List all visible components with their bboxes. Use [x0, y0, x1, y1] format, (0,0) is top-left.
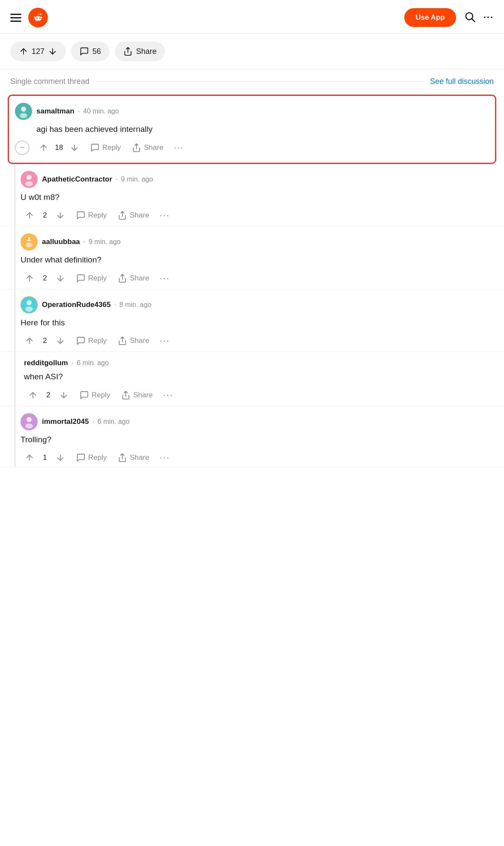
share-button-apathetic[interactable]: Share [113, 208, 153, 223]
share-button-aalluubbaa[interactable]: Share [113, 271, 153, 286]
svg-point-6 [20, 113, 27, 118]
more-button-apathetic[interactable]: ··· [156, 208, 173, 223]
comment-header-operationrude: OperationRude4365 · 8 min. ago [21, 296, 496, 313]
more-button-redditgollum[interactable]: ··· [160, 388, 177, 402]
avatar-aalluubbaa [21, 233, 38, 250]
share-label-redditgollum: Share [133, 391, 152, 399]
collapse-button-samaltman[interactable]: − [15, 140, 30, 155]
vote-section-aalluubbaa: 2 [21, 271, 69, 286]
nav-right: Use App ··· [404, 8, 494, 27]
comment-apathetic: ApatheticContractor · 9 min. ago U w0t m… [0, 164, 504, 227]
upvote-icon-apathetic [25, 211, 34, 220]
share-icon [123, 47, 133, 56]
downvote-icon-aalluubbaa [56, 274, 65, 283]
action-bar: 127 56 Share [0, 34, 504, 69]
vote-count-apathetic: 2 [40, 211, 50, 220]
reply-label-aalluubbaa: Reply [88, 274, 107, 283]
more-button-samaltman[interactable]: ··· [170, 140, 187, 155]
comment-actions-immortal2045: 1 Reply Share [21, 450, 496, 465]
search-icon[interactable] [464, 11, 476, 24]
comments-area: samaltman · 40 min. ago agi has been ach… [0, 95, 504, 480]
upvote-button-operationrude[interactable] [21, 334, 39, 348]
use-app-button[interactable]: Use App [404, 8, 456, 27]
comment-header-apathetic: ApatheticContractor · 9 min. ago [21, 171, 496, 188]
comment-meta-operationrude: OperationRude4365 · 8 min. ago [42, 301, 151, 309]
svg-point-20 [25, 307, 33, 312]
vote-count-operationrude: 2 [40, 337, 50, 345]
upvote-button-aalluubbaa[interactable] [21, 271, 39, 286]
comment-meta-aalluubbaa: aalluubbaa · 9 min. ago [42, 238, 121, 246]
vote-section-redditgollum: 2 [24, 388, 73, 402]
downvote-button-samaltman[interactable] [65, 140, 83, 155]
more-options-icon[interactable]: ··· [483, 12, 494, 23]
thread-banner: Single comment thread See full discussio… [0, 69, 504, 90]
share-button-operationrude[interactable]: Share [113, 334, 153, 348]
comment-time-apathetic: 9 min. ago [121, 176, 153, 183]
reply-icon-immortal2045 [76, 453, 86, 462]
username-operationrude: OperationRude4365 [42, 301, 111, 309]
downvote-button-redditgollum[interactable] [55, 388, 73, 402]
comment-time-aalluubbaa: 9 min. ago [89, 238, 121, 246]
upvote-button-samaltman[interactable] [35, 140, 53, 155]
comment-body-apathetic: U w0t m8? [21, 191, 496, 203]
hamburger-menu-icon[interactable] [10, 14, 21, 22]
more-button-aalluubbaa[interactable]: ··· [156, 271, 173, 286]
share-icon-immortal2045 [118, 453, 127, 462]
downvote-button-operationrude[interactable] [51, 334, 69, 348]
vote-section-samaltman: 18 [35, 140, 83, 155]
reply-icon-apathetic [76, 211, 86, 220]
share-button-redditgollum[interactable]: Share [117, 388, 157, 402]
comment-meta-samaltman: samaltman · 40 min. ago [36, 107, 119, 116]
reply-label-apathetic: Reply [88, 211, 107, 220]
comment-actions-redditgollum: 2 Reply Share [24, 388, 496, 402]
comment-body-immortal2045: Trolling? [21, 434, 496, 446]
reply-button-immortal2045[interactable]: Reply [72, 450, 111, 465]
reply-button-samaltman[interactable]: Reply [86, 140, 125, 155]
reply-button-operationrude[interactable]: Reply [72, 334, 111, 348]
reply-button-aalluubbaa[interactable]: Reply [72, 271, 111, 286]
reply-button-apathetic[interactable]: Reply [72, 208, 111, 223]
svg-point-10 [25, 181, 33, 186]
comment-meta-redditgollum: redditgollum · 6 min. ago [24, 359, 109, 367]
upvote-icon-redditgollum [28, 390, 38, 400]
comment-redditgollum: redditgollum · 6 min. ago when ASI? 2 [0, 352, 504, 406]
vote-count-aalluubbaa: 2 [40, 274, 50, 283]
upvote-button-apathetic[interactable] [21, 208, 39, 223]
upvote-button-immortal2045[interactable] [21, 450, 39, 465]
more-button-immortal2045[interactable]: ··· [156, 450, 173, 465]
share-label-aalluubbaa: Share [130, 274, 149, 283]
comments-pill[interactable]: 56 [71, 42, 110, 61]
svg-point-5 [21, 107, 26, 112]
comment-actions-aalluubbaa: 2 Reply Share [21, 271, 496, 286]
downvote-button-immortal2045[interactable] [51, 450, 69, 465]
vote-pill[interactable]: 127 [10, 42, 66, 61]
comment-time-operationrude: 8 min. ago [119, 301, 151, 309]
indent-line-operationrude [15, 289, 15, 352]
reply-label-redditgollum: Reply [92, 391, 110, 399]
see-full-discussion-link[interactable]: See full discussion [430, 77, 494, 86]
comment-header-samaltman: samaltman · 40 min. ago [15, 103, 489, 120]
reddit-logo[interactable] [28, 8, 48, 27]
downvote-button-aalluubbaa[interactable] [51, 271, 69, 286]
reply-label-immortal2045: Reply [88, 453, 107, 462]
downvote-button-apathetic[interactable] [51, 208, 69, 223]
upvote-button-redditgollum[interactable] [24, 388, 42, 402]
downvote-icon-immortal2045 [56, 453, 65, 462]
vote-count-redditgollum: 2 [44, 391, 53, 399]
indent-line-redditgollum [15, 352, 15, 406]
comment-immortal2045: immortal2045 · 6 min. ago Trolling? 1 [0, 406, 504, 468]
reply-icon-redditgollum [80, 390, 89, 400]
share-button-immortal2045[interactable]: Share [113, 450, 153, 465]
comment-time-samaltman: 40 min. ago [83, 107, 119, 115]
username-samaltman: samaltman [36, 107, 74, 116]
share-pill[interactable]: Share [115, 42, 165, 61]
comment-header-redditgollum: redditgollum · 6 min. ago [24, 359, 496, 367]
comment-highlighted: samaltman · 40 min. ago agi has been ach… [8, 95, 496, 164]
avatar-samaltman [15, 103, 32, 120]
share-button-samaltman[interactable]: Share [127, 140, 167, 155]
vote-count: 127 [32, 47, 44, 56]
more-button-operationrude[interactable]: ··· [156, 334, 173, 348]
reply-icon-aalluubbaa [76, 274, 86, 283]
reply-icon-operationrude [76, 336, 86, 346]
reply-button-redditgollum[interactable]: Reply [75, 388, 114, 402]
